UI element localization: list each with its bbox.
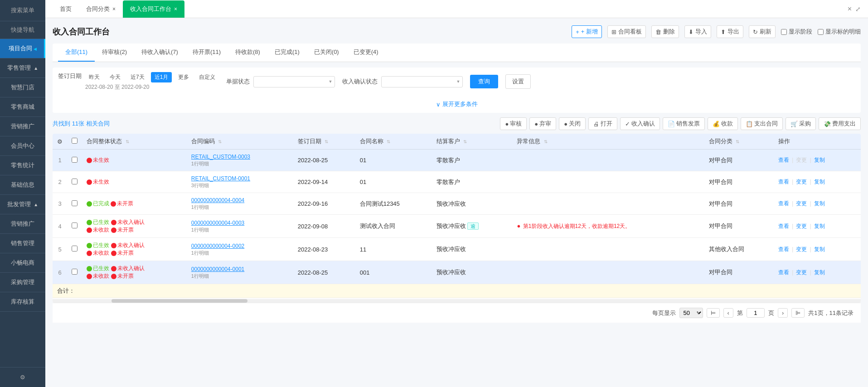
date-btn-last1month[interactable]: 近1月 xyxy=(151,72,172,82)
view-btn[interactable]: 查看 xyxy=(778,178,789,186)
status-tab-pending-review[interactable]: 待审核(2) xyxy=(95,44,134,62)
expense-contract-btn[interactable]: 📋 支出合同 xyxy=(741,117,783,130)
change-btn[interactable]: 变更 xyxy=(796,223,807,230)
row-select-checkbox[interactable] xyxy=(72,223,78,228)
sales-invoice-btn[interactable]: 📄 销售发票 xyxy=(663,117,705,130)
contract-code-link[interactable]: 0000000000004-0003 xyxy=(191,220,244,226)
date-btn-yesterday[interactable]: 昨天 xyxy=(85,72,103,82)
contract-code-link[interactable]: RETAIL_CUSTOM-0003 xyxy=(191,154,250,160)
status-tab-pending-confirm[interactable]: 待收入确认(7) xyxy=(134,44,185,62)
contract-code-link[interactable]: 0000000000004-0002 xyxy=(191,243,244,249)
change-btn[interactable]: 变更 xyxy=(796,178,807,186)
new-button[interactable]: + + 新增 xyxy=(572,25,602,38)
doc-status-select[interactable] xyxy=(253,76,335,87)
sidebar-settings[interactable]: ⚙ xyxy=(0,367,45,387)
tab-contract-type[interactable]: 合同分类 × xyxy=(79,0,123,18)
copy-btn[interactable]: 复制 xyxy=(814,156,825,164)
copy-btn[interactable]: 复制 xyxy=(814,246,825,253)
view-btn[interactable]: 查看 xyxy=(778,200,789,208)
sidebar-item-wholesale[interactable]: 批发管理 ▲ xyxy=(0,195,45,214)
close-btn[interactable]: ● 关闭 xyxy=(559,117,586,130)
row-select-checkbox[interactable] xyxy=(72,200,78,206)
status-tab-pending-invoice[interactable]: 待开票(11) xyxy=(185,44,228,62)
view-btn[interactable]: 查看 xyxy=(778,246,789,253)
col-settings[interactable]: ⚙ xyxy=(53,134,67,150)
prev-page-btn[interactable]: ‹ xyxy=(723,308,733,318)
sidebar-quick-nav[interactable]: 快捷导航 xyxy=(0,21,45,39)
change-btn[interactable]: 变更 xyxy=(796,200,807,208)
view-btn[interactable]: 查看 xyxy=(778,223,789,230)
scrollbar-thumb[interactable] xyxy=(112,299,247,303)
view-btn[interactable]: 查看 xyxy=(778,269,789,276)
status-tab-changed[interactable]: 已变更(4) xyxy=(346,44,386,62)
contract-code-link[interactable]: RETAIL_CUSTOM-0001 xyxy=(191,175,250,182)
purchase-btn[interactable]: 🛒 采购 xyxy=(786,117,816,130)
contract-code-link[interactable]: 0000000000004-0004 xyxy=(191,197,244,203)
sidebar-item-member[interactable]: 会员中心 xyxy=(0,136,45,156)
sidebar-item-project[interactable]: 项目合同 ◀ xyxy=(0,39,45,58)
sidebar-search[interactable]: 搜索菜单 xyxy=(0,0,45,21)
show-details-checkbox[interactable] xyxy=(818,29,824,35)
export-button[interactable]: ⬆ 导出 xyxy=(717,25,743,38)
tab-income-workbench[interactable]: 收入合同工作台 × xyxy=(123,0,184,18)
sidebar-item-purchase[interactable]: 采购管理 xyxy=(0,273,45,292)
status-tab-closed[interactable]: 已关闭(0) xyxy=(307,44,346,62)
date-btn-more[interactable]: 更多 xyxy=(175,72,193,82)
abandon-btn[interactable]: ● 弃审 xyxy=(529,117,556,130)
show-stages-checkbox[interactable] xyxy=(781,29,787,35)
copy-btn[interactable]: 复制 xyxy=(814,269,825,276)
copy-btn[interactable]: 复制 xyxy=(814,178,825,186)
expense-out-btn[interactable]: 💸 费用支出 xyxy=(819,117,861,130)
select-all-checkbox[interactable] xyxy=(72,138,78,144)
change-btn[interactable]: 变更 xyxy=(796,269,807,276)
tab-home[interactable]: 首页 xyxy=(53,0,79,18)
date-btn-last7[interactable]: 近7天 xyxy=(127,72,148,82)
collect-btn[interactable]: 💰 收款 xyxy=(708,117,738,130)
copy-btn[interactable]: 复制 xyxy=(814,223,825,230)
sidebar-item-retailmall[interactable]: 零售商城 xyxy=(0,97,45,117)
row-select-checkbox[interactable] xyxy=(72,246,78,252)
expand-more-btn[interactable]: ∨ 展开更多条件 xyxy=(436,100,478,108)
sidebar-item-salesmgmt[interactable]: 销售管理 xyxy=(0,234,45,253)
print-btn[interactable]: 🖨 打开 xyxy=(588,117,617,130)
sidebar-item-baseinfo[interactable]: 基础信息 xyxy=(0,175,45,195)
row-select-checkbox[interactable] xyxy=(72,269,78,275)
change-btn[interactable]: 变更 xyxy=(796,246,807,253)
kanban-button[interactable]: ⊞ 合同看板 xyxy=(607,25,646,38)
import-button[interactable]: ⬇ 导入 xyxy=(684,25,711,38)
settings-button[interactable]: 设置 xyxy=(505,74,531,89)
sidebar-item-smartshop[interactable]: 智慧门店 xyxy=(0,78,45,97)
tab-resize[interactable]: ⤢ xyxy=(855,5,861,13)
next-page-btn[interactable]: › xyxy=(778,308,788,318)
refresh-button[interactable]: ↻ 刷新 xyxy=(749,25,776,38)
sidebar-item-retailstat[interactable]: 零售统计 xyxy=(0,156,45,175)
query-button[interactable]: 查询 xyxy=(470,75,498,88)
first-page-btn[interactable]: ⊨ xyxy=(707,308,720,318)
date-btn-today[interactable]: 今天 xyxy=(106,72,124,82)
delete-button[interactable]: 🗑 删除 xyxy=(651,25,679,38)
date-btn-custom[interactable]: 自定义 xyxy=(195,72,219,82)
tab-contract-type-close[interactable]: × xyxy=(112,6,116,12)
tab-income-workbench-close[interactable]: × xyxy=(174,6,177,12)
sidebar-item-ecom[interactable]: 小畅电商 xyxy=(0,253,45,273)
sidebar-item-inventory[interactable]: 库存核算 xyxy=(0,292,45,312)
row-select-checkbox[interactable] xyxy=(72,157,78,163)
tab-close-all[interactable]: × xyxy=(848,5,852,13)
status-tab-all[interactable]: 全部(11) xyxy=(58,44,95,62)
last-page-btn[interactable]: ⊫ xyxy=(791,308,805,318)
horizontal-scrollbar[interactable] xyxy=(53,299,861,303)
view-btn[interactable]: 查看 xyxy=(778,156,789,164)
income-confirm-select[interactable] xyxy=(381,76,463,87)
page-size-select[interactable]: 50 10 20 100 xyxy=(679,308,703,318)
sidebar-item-retail[interactable]: 零售管理 ▲ xyxy=(0,58,45,78)
copy-btn[interactable]: 复制 xyxy=(814,200,825,208)
row-select-checkbox[interactable] xyxy=(72,179,78,184)
status-tab-pending-payment[interactable]: 待收款(8) xyxy=(228,44,267,62)
contract-code-link[interactable]: 0000000000004-0001 xyxy=(191,266,244,272)
page-input[interactable] xyxy=(747,308,765,318)
income-confirm-btn[interactable]: ✓ 收入确认 xyxy=(620,117,660,130)
sidebar-item-mktpromo[interactable]: 营销推广 xyxy=(0,214,45,234)
audit-btn[interactable]: ● 审核 xyxy=(500,117,527,130)
status-tab-completed[interactable]: 已完成(1) xyxy=(267,44,307,62)
sidebar-item-marketing[interactable]: 营销推广 xyxy=(0,117,45,136)
